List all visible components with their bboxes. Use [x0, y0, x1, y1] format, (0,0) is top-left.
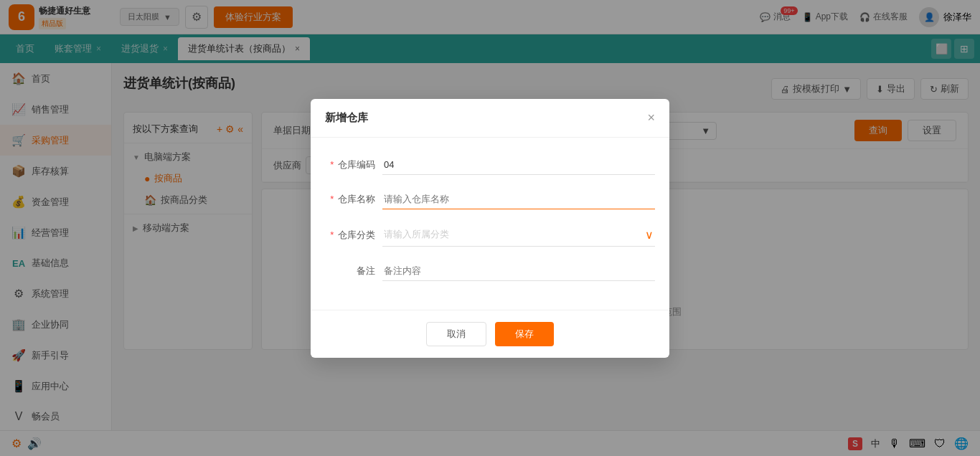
chevron-down-icon: ∨ — [645, 228, 654, 242]
form-row-remark: 备注 — [325, 261, 655, 281]
form-row-code: * 仓库编码 — [325, 155, 655, 175]
modal-title: 新增仓库 — [325, 111, 368, 125]
modal-close-button[interactable]: × — [647, 110, 655, 125]
category-label: * 仓库分类 — [325, 229, 382, 242]
save-button[interactable]: 保存 — [495, 322, 554, 346]
code-input[interactable] — [382, 155, 655, 175]
code-label: * 仓库编码 — [325, 158, 382, 171]
name-input[interactable] — [382, 189, 655, 209]
modal-overlay: 新增仓库 × * 仓库编码 * 仓库名称 — [0, 0, 980, 456]
modal-header: 新增仓库 × — [311, 99, 669, 138]
modal-add-warehouse: 新增仓库 × * 仓库编码 * 仓库名称 — [311, 99, 669, 358]
category-select[interactable]: 请输入所属分类 ∨ — [382, 224, 655, 247]
form-row-name: * 仓库名称 — [325, 189, 655, 209]
cancel-button[interactable]: 取消 — [426, 322, 486, 346]
modal-footer: 取消 保存 — [311, 310, 669, 358]
remark-input[interactable] — [382, 261, 655, 281]
name-label: * 仓库名称 — [325, 193, 382, 206]
remark-label: 备注 — [325, 265, 382, 277]
modal-body: * 仓库编码 * 仓库名称 * 仓库分类 请输入所属 — [311, 138, 669, 310]
form-row-category: * 仓库分类 请输入所属分类 ∨ — [325, 224, 655, 247]
